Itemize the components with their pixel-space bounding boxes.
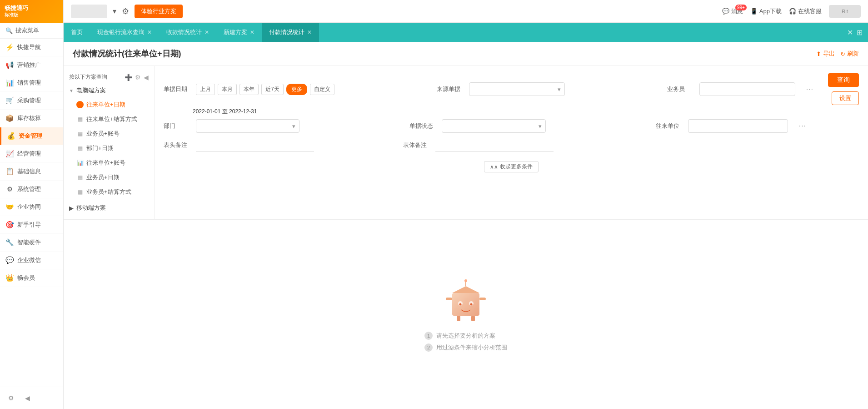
- sidebar-item-purchase[interactable]: 🛒 采购管理: [0, 92, 63, 110]
- sidebar-item-member[interactable]: 👑 畅会员: [0, 269, 63, 287]
- online-service-btn[interactable]: 🎧 在线客服: [789, 7, 822, 15]
- collapse-sidebar-icon[interactable]: ◀: [21, 392, 34, 404]
- tab-bank-flow[interactable]: 现金银行流水查询✕: [90, 23, 159, 42]
- sidebar-item-sales[interactable]: 📊 销售管理: [0, 74, 63, 92]
- scheme-header-title: 按以下方案查询: [69, 73, 107, 81]
- mobile-group-label: 移动端方案: [76, 204, 106, 212]
- tabbar-spacer: [319, 23, 842, 42]
- partner-dots[interactable]: ···: [799, 122, 806, 130]
- date-btn-last-month[interactable]: 上月: [196, 84, 215, 95]
- sidebar-item-marketing[interactable]: 📢 营销推广: [0, 56, 63, 74]
- tab-receipt-stat[interactable]: 收款情况统计✕: [159, 23, 216, 42]
- partner-account-label: 往来单位+账号: [86, 159, 125, 167]
- sidebar-item-enterprise[interactable]: 🤝 企业协同: [0, 198, 63, 216]
- topbar-settings-icon[interactable]: ⚙: [122, 6, 129, 16]
- sidebar-item-basic-info[interactable]: 📋 基础信息: [0, 163, 63, 181]
- sidebar-item-quick-nav[interactable]: ⚡ 快捷导航: [0, 39, 63, 56]
- empty-illustration: [439, 277, 493, 323]
- query-col: 查询 设置: [821, 73, 859, 105]
- salesperson-dots[interactable]: ···: [806, 85, 813, 93]
- export-label: 导出: [823, 50, 835, 58]
- export-icon: ⬆: [816, 50, 821, 57]
- phone-icon: 📱: [750, 8, 758, 15]
- scheme-item-salesman-account[interactable]: ▦ 业务员+账号: [64, 126, 154, 141]
- salesman-account-label: 业务员+账号: [86, 130, 120, 138]
- status-select[interactable]: ▾: [442, 119, 545, 133]
- partner-select[interactable]: [688, 119, 788, 133]
- empty-svg: [439, 277, 493, 323]
- scheme-item-salesman-date[interactable]: ▦ 业务员+日期: [64, 170, 154, 185]
- inventory-icon: 📦: [5, 114, 14, 122]
- tab-expand-btn[interactable]: ⊞: [857, 28, 863, 37]
- sidebar-item-wechat[interactable]: 💬 企业微信: [0, 252, 63, 269]
- filter-row-1: 单据日期 上月 本月 本年 近7天 更多 自定义 来源单据 ▾: [164, 73, 859, 105]
- tab-home[interactable]: 首页: [64, 23, 90, 42]
- message-btn[interactable]: 💬 消息 99+: [722, 7, 743, 15]
- tab-payment-stat[interactable]: 付款情况统计✕: [262, 23, 319, 42]
- scheme-header: 按以下方案查询 ➕ ⚙ ◀: [64, 71, 154, 84]
- tab-new-scheme[interactable]: 新建方案✕: [216, 23, 262, 42]
- tab-close-all-btn[interactable]: ✕: [847, 28, 853, 37]
- filter-settings-btn[interactable]: 设置: [832, 91, 859, 105]
- tab-close-payment-stat[interactable]: ✕: [307, 30, 312, 35]
- scheme-settings-btn[interactable]: ⚙: [135, 74, 141, 81]
- page-header: 付款情况统计(往来单位+日期) ⬆ 导出 ↻ 刷新: [64, 42, 868, 66]
- date-btn-7days[interactable]: 近7天: [261, 84, 284, 95]
- marketing-label: 营销推广: [17, 61, 41, 69]
- date-btn-more[interactable]: 更多: [286, 84, 307, 95]
- header-note-input[interactable]: [196, 138, 314, 152]
- trial-btn[interactable]: 体验行业方案: [135, 5, 183, 18]
- svg-point-11: [464, 279, 467, 282]
- date-btn-this-month[interactable]: 本月: [218, 84, 237, 95]
- scheme-item-partner-settle[interactable]: ▦ 往来单位+结算方式: [64, 112, 154, 126]
- topbar-actions: 💬 消息 99+ 📱 App下载 🎧 在线客服 Rit: [722, 5, 861, 18]
- collapse-bar: ∧∧ 收起更多条件: [164, 157, 859, 174]
- body-note-input[interactable]: [435, 138, 554, 152]
- svg-point-5: [470, 303, 473, 306]
- tab-close-receipt-stat[interactable]: ✕: [205, 30, 209, 35]
- company-dropdown-icon[interactable]: ▾: [113, 7, 116, 15]
- tip-text-1: 请先选择要分析的方案: [436, 332, 495, 340]
- sidebar-item-hardware[interactable]: 🔧 智能硬件: [0, 234, 63, 252]
- tabbar: 首页现金银行流水查询✕收款情况统计✕新建方案✕付款情况统计✕ ✕ ⊞: [64, 23, 868, 42]
- sidebar-item-guide[interactable]: 🎯 新手引导: [0, 216, 63, 234]
- pc-scheme-group[interactable]: ▼ 电脑端方案: [64, 84, 154, 97]
- empty-tip-1: 1 请先选择要分析的方案: [424, 332, 507, 340]
- sidebar-bottom: ⚙ ◀: [0, 387, 63, 409]
- collapse-btn[interactable]: ∧∧ 收起更多条件: [484, 161, 539, 172]
- export-btn[interactable]: ⬆ 导出: [816, 50, 835, 58]
- partner-settle-icon: ▦: [76, 116, 84, 123]
- salesperson-select[interactable]: [699, 82, 795, 96]
- dept-select[interactable]: ▾: [196, 119, 299, 133]
- sidebar-item-operations[interactable]: 📈 经营管理: [0, 145, 63, 163]
- headset-icon: 🎧: [789, 8, 796, 15]
- scheme-item-salesman-settle[interactable]: ▦ 业务员+结算方式: [64, 185, 154, 199]
- refresh-btn[interactable]: ↻ 刷新: [840, 50, 859, 58]
- date-btns: 上月 本月 本年 近7天 更多 自定义: [196, 84, 334, 95]
- sidebar-item-system[interactable]: ⚙ 系统管理: [0, 181, 63, 198]
- add-scheme-btn[interactable]: ➕: [125, 74, 132, 81]
- scheme-item-partner-date[interactable]: 往来单位+日期: [64, 97, 154, 112]
- tab-close-bank-flow[interactable]: ✕: [147, 30, 152, 35]
- sidebar-item-finance[interactable]: 💰 资金管理: [0, 127, 63, 145]
- query-btn[interactable]: 查询: [828, 73, 859, 87]
- app-download-btn[interactable]: 📱 App下载: [750, 7, 782, 15]
- scheme-item-partner-account[interactable]: 📊 往来单位+账号: [64, 156, 154, 170]
- filter-panel: 单据日期 上月 本月 本年 近7天 更多 自定义 来源单据 ▾: [155, 66, 868, 219]
- source-select[interactable]: ▾: [469, 82, 565, 96]
- search-menu[interactable]: 🔍 搜索菜单: [0, 23, 63, 39]
- expand-icon-mobile: ▶: [69, 205, 74, 212]
- search-label: 搜索菜单: [15, 26, 39, 35]
- sidebar-item-inventory[interactable]: 📦 库存核算: [0, 110, 63, 127]
- nav-list: ⚡ 快捷导航 📢 营销推广 📊 销售管理 🛒 采购管理 📦 库存核算 💰 资金管…: [0, 39, 63, 287]
- settings-icon[interactable]: ⚙: [5, 392, 17, 404]
- date-btn-custom[interactable]: 自定义: [310, 84, 334, 95]
- date-btn-this-year[interactable]: 本年: [239, 84, 259, 95]
- scheme-item-dept-date[interactable]: ▦ 部门+日期: [64, 141, 154, 156]
- scheme-collapse-btn[interactable]: ◀: [144, 74, 149, 81]
- app-label: App下载: [759, 7, 782, 15]
- tab-close-new-scheme[interactable]: ✕: [250, 30, 254, 35]
- mobile-scheme-group[interactable]: ▶ 移动端方案: [64, 201, 154, 215]
- partner-date-icon: [76, 101, 84, 108]
- pc-group-label: 电脑端方案: [76, 86, 106, 95]
